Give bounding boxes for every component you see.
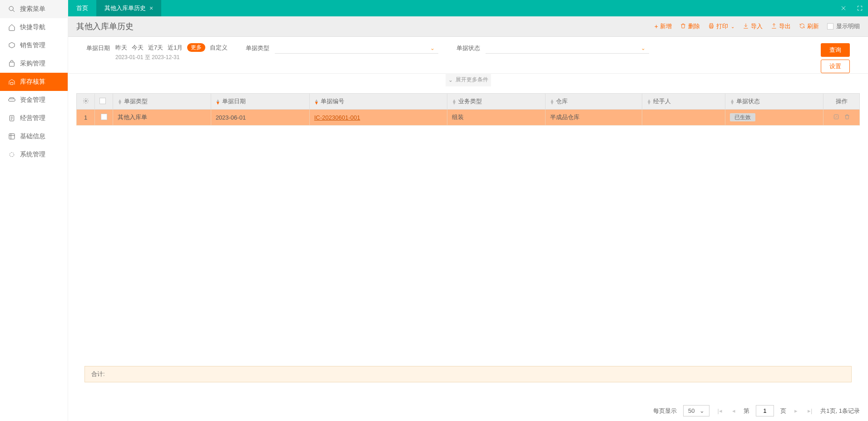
page-input[interactable] <box>756 405 774 416</box>
column-checkbox[interactable] <box>95 94 113 110</box>
pagination: 每页显示 50 ⌄ |◂ ◂ 第 页 ▸ ▸| 共1页, 1条记录 <box>68 401 868 421</box>
cell-doc-type: 其他入库单 <box>113 110 211 125</box>
sidebar-item-label: 基础信息 <box>20 132 45 140</box>
filter-label: 单据类型 <box>246 43 269 52</box>
page-suffix: 页 <box>780 407 786 415</box>
sidebar-item-purchase[interactable]: 采购管理 <box>0 55 68 73</box>
tabbar: 首页 其他入库单历史 × <box>68 0 868 16</box>
sidebar-item-system[interactable]: 系统管理 <box>0 145 68 164</box>
next-page-button[interactable]: ▸ <box>793 407 799 414</box>
show-detail-toggle[interactable]: 显示明细 <box>827 22 860 30</box>
add-button[interactable]: +新增 <box>655 22 672 30</box>
date-opt-custom[interactable]: 自定义 <box>210 44 228 52</box>
action-label: 刷新 <box>807 22 819 30</box>
refresh-icon <box>799 23 805 30</box>
sidebar-item-finance[interactable]: 资金管理 <box>0 91 68 109</box>
sidebar-item-inventory[interactable]: 库存核算 <box>0 73 68 91</box>
tabbar-close-button[interactable] <box>835 0 852 16</box>
summary-row: 合计: <box>84 366 852 382</box>
page-size-select[interactable]: 50 ⌄ <box>683 405 709 416</box>
import-icon <box>743 23 749 30</box>
chevron-down-icon: ⌄ <box>731 24 734 29</box>
bag-icon <box>8 60 15 67</box>
tab-other-inbound-history[interactable]: 其他入库单历史 × <box>96 0 161 16</box>
sidebar-item-label: 销售管理 <box>20 41 45 50</box>
refresh-button[interactable]: 刷新 <box>799 22 819 30</box>
close-icon[interactable]: × <box>149 5 153 12</box>
expand-conditions-button[interactable]: ⌄ 展开更多条件 <box>446 73 491 86</box>
action-label: 删除 <box>688 22 700 30</box>
filter-bar: 单据日期 昨天 今天 近7天 近1月 更多 自定义 2023-01-01 至 2… <box>68 37 868 74</box>
date-opt-last1m[interactable]: 近1月 <box>168 44 183 52</box>
filter-label: 单据日期 <box>86 43 110 52</box>
gear-icon <box>8 151 15 158</box>
column-handler[interactable]: ▲▼经手人 <box>642 94 725 110</box>
sidebar-item-quicknav[interactable]: 快捷导航 <box>0 18 68 36</box>
page-header: 其他入库单历史 +新增 删除 打印⌄ 导入 导出 刷新 显示明细 <box>68 16 868 37</box>
page-size-label: 每页显示 <box>653 407 677 415</box>
date-opt-more[interactable]: 更多 <box>187 43 205 52</box>
column-doc-status[interactable]: ▲▼单据状态 <box>725 94 823 110</box>
sidebar-item-sales[interactable]: 销售管理 <box>0 36 68 55</box>
chevron-down-icon: ⌄ <box>699 407 704 414</box>
doc-number-link[interactable]: IC-20230601-001 <box>314 114 360 121</box>
date-opt-yesterday[interactable]: 昨天 <box>115 44 127 52</box>
column-doc-date[interactable]: ▲▼单据日期 <box>211 94 309 110</box>
chevron-down-icon: ⌄ <box>430 45 435 51</box>
query-button[interactable]: 查询 <box>821 43 850 57</box>
row-checkbox-cell[interactable] <box>95 110 113 125</box>
svg-rect-3 <box>10 82 13 85</box>
doc-type-select[interactable]: ⌄ <box>275 43 438 54</box>
export-button[interactable]: 导出 <box>771 22 791 30</box>
warehouse-icon <box>8 78 15 85</box>
checkbox-icon <box>827 23 833 30</box>
chevron-down-icon: ⌄ <box>641 45 645 51</box>
sidebar-item-basic[interactable]: 基础信息 <box>0 127 68 145</box>
doc-status-select[interactable]: ⌄ <box>486 43 649 54</box>
tab-label: 首页 <box>76 4 88 12</box>
svg-rect-15 <box>710 23 713 25</box>
filter-label: 单据状态 <box>456 43 480 52</box>
column-warehouse[interactable]: ▲▼仓库 <box>545 94 642 110</box>
delete-row-icon[interactable] <box>844 114 850 121</box>
sidebar-item-label: 搜索菜单 <box>20 5 45 13</box>
home-icon <box>8 24 15 31</box>
total-text: 共1页, 1条记录 <box>820 407 860 415</box>
action-label: 导入 <box>751 22 763 30</box>
page-title: 其他入库单历史 <box>76 21 134 32</box>
column-doc-number[interactable]: ▲▼单据编号 <box>309 94 447 110</box>
action-label: 打印 <box>716 22 728 30</box>
column-settings[interactable] <box>77 94 95 110</box>
date-opt-last7[interactable]: 近7天 <box>148 44 163 52</box>
cell-actions <box>823 110 860 125</box>
first-page-button[interactable]: |◂ <box>716 407 724 414</box>
table-row[interactable]: 1 其他入库单 2023-06-01 IC-20230601-001 组装 半成… <box>77 110 860 125</box>
fullscreen-button[interactable] <box>852 0 868 16</box>
sidebar-item-search[interactable]: 搜索菜单 <box>0 0 68 18</box>
chevron-down-icon: ⌄ <box>448 77 453 83</box>
page-prefix: 第 <box>744 407 749 415</box>
date-opt-today[interactable]: 今天 <box>132 44 144 52</box>
trash-icon <box>680 23 686 30</box>
print-button[interactable]: 打印⌄ <box>708 22 734 30</box>
tab-home[interactable]: 首页 <box>68 0 96 16</box>
grid-icon <box>8 133 15 140</box>
status-badge: 已生效 <box>730 113 755 121</box>
column-doc-type[interactable]: ▲▼单据类型 <box>113 94 211 110</box>
import-button[interactable]: 导入 <box>743 22 763 30</box>
last-page-button[interactable]: ▸| <box>806 407 814 414</box>
cell-doc-status: 已生效 <box>725 110 823 125</box>
filter-doc-status: 单据状态 ⌄ <box>456 43 649 54</box>
export-icon <box>771 23 777 30</box>
settings-button[interactable]: 设置 <box>821 60 850 73</box>
prev-page-button[interactable]: ◂ <box>730 407 737 414</box>
svg-point-0 <box>9 6 13 10</box>
page-size-value: 50 <box>688 407 694 414</box>
cell-doc-number: IC-20230601-001 <box>309 110 447 125</box>
clipboard-icon <box>8 115 15 122</box>
sidebar-item-label: 资金管理 <box>20 96 45 104</box>
sidebar-item-business[interactable]: 经营管理 <box>0 109 68 127</box>
column-biz-type[interactable]: ▲▼业务类型 <box>447 94 545 110</box>
view-icon[interactable] <box>833 114 839 121</box>
delete-button[interactable]: 删除 <box>680 22 700 30</box>
